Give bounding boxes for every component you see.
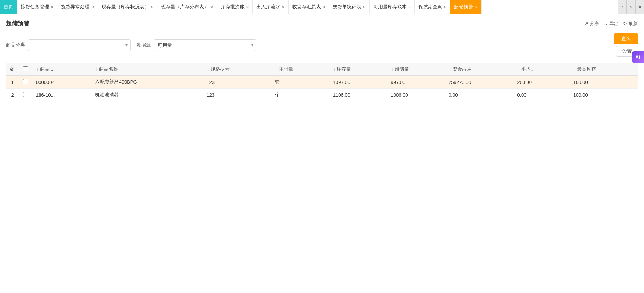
tab-close-tab-6[interactable]: × xyxy=(282,5,284,9)
tab-close-tab-3[interactable]: × xyxy=(151,5,153,9)
nav-tab-tab-11[interactable]: 超储预警× xyxy=(450,0,481,14)
column-stock[interactable]: ↕ 库存量 xyxy=(329,63,387,76)
row-number: 1 xyxy=(6,76,19,89)
gear-icon: ⚙ xyxy=(10,67,14,72)
row-number: 2 xyxy=(6,89,19,101)
over-stock-qty: 997.00 xyxy=(387,76,445,89)
nav-home[interactable]: 首页 xyxy=(0,0,17,14)
sort-icon-avg: ↕ xyxy=(518,67,520,71)
tab-label: 拣货任务管理 xyxy=(21,4,49,10)
table-row[interactable]: 2 186-10... 机油滤清器 123 个 1106.00 1006.00 … xyxy=(6,89,638,101)
refresh-label: 刷新 xyxy=(629,21,638,27)
row-checkbox[interactable] xyxy=(23,79,28,84)
tab-close-tab-2[interactable]: × xyxy=(91,5,94,9)
nav-tab-tab-6[interactable]: 出入库流水× xyxy=(253,0,288,14)
share-action[interactable]: ↗ 分享 xyxy=(584,21,599,27)
tab-close-tab-4[interactable]: × xyxy=(211,5,213,9)
nav-arrows: ‹ › ✕ xyxy=(618,0,644,14)
product-category-select[interactable] xyxy=(28,39,131,51)
column-checkbox[interactable] xyxy=(19,63,32,76)
column-max-stock[interactable]: ↕ 最高库存 xyxy=(570,63,638,76)
column-unit[interactable]: ↕ 主计量 xyxy=(271,63,329,76)
product-category-label: 商品分类 xyxy=(6,42,25,48)
page-header: 超储预警 ↗ 分享 ⇓ 导出 ↻ 刷新 xyxy=(6,20,638,27)
row-checkbox-cell[interactable] xyxy=(19,76,32,89)
sort-icon-unit: ↕ xyxy=(276,67,278,71)
nav-prev-arrow[interactable]: ‹ xyxy=(618,0,626,14)
header-actions: ↗ 分享 ⇓ 导出 ↻ 刷新 xyxy=(584,21,638,27)
nav-tab-tab-1[interactable]: 拣货任务管理× xyxy=(17,0,57,14)
tab-label: 超储预警 xyxy=(454,4,473,10)
product-code: 0000004 xyxy=(32,76,91,89)
nav-tab-tab-2[interactable]: 拣货异常处理× xyxy=(57,0,98,14)
sort-icon-stock: ↕ xyxy=(334,67,336,71)
product-code: 186-10... xyxy=(32,89,91,101)
column-avg[interactable]: ↕ 平均... xyxy=(513,63,570,76)
capital-usage: 0.00 xyxy=(445,89,513,101)
tab-close-tab-1[interactable]: × xyxy=(51,5,53,9)
query-button[interactable]: 查询 xyxy=(614,33,638,44)
select-all-checkbox[interactable] xyxy=(23,66,28,71)
avg-price: 0.00 xyxy=(513,89,570,101)
data-table: ⚙ ↕ 商品... ↕ 商品名称 ↕ 规格型号 ↕ xyxy=(6,63,638,101)
tab-close-tab-7[interactable]: × xyxy=(323,5,325,9)
nav-more-arrow[interactable]: ✕ xyxy=(635,0,644,14)
product-spec: 123 xyxy=(203,89,271,101)
page-title: 超储预警 xyxy=(6,20,29,27)
nav-tab-tab-7[interactable]: 收发存汇总表× xyxy=(289,0,329,14)
stock-qty: 1097.00 xyxy=(329,76,387,89)
nav-tab-tab-10[interactable]: 保质期查询× xyxy=(415,0,450,14)
row-checkbox[interactable] xyxy=(23,92,28,97)
top-nav: 首页 拣货任务管理×拣货异常处理×现存量（库存状况表）×现存量（库存分布表）×库… xyxy=(0,0,644,14)
product-spec: 123 xyxy=(203,76,271,89)
sort-icon-max: ↕ xyxy=(574,67,576,71)
tab-close-tab-8[interactable]: × xyxy=(363,5,365,9)
share-icon: ↗ xyxy=(584,21,588,26)
nav-tab-tab-4[interactable]: 现存量（库存分布表）× xyxy=(157,0,217,14)
tab-close-tab-9[interactable]: × xyxy=(409,5,411,9)
tab-label: 库存批次账 xyxy=(221,4,245,10)
data-source-select[interactable]: 可用量 xyxy=(154,39,256,51)
nav-tab-tab-8[interactable]: 要货单统计表× xyxy=(329,0,369,14)
export-icon: ⇓ xyxy=(604,21,608,26)
home-label: 首页 xyxy=(4,4,13,10)
tab-label: 拣货异常处理 xyxy=(61,4,89,10)
column-capital[interactable]: ↕ 资金占用 xyxy=(445,63,513,76)
tab-label: 要货单统计表 xyxy=(333,4,361,10)
data-source-filter: 数据源 可用量 xyxy=(136,39,256,51)
column-product-name[interactable]: ↕ 商品名称 xyxy=(91,63,203,76)
export-action[interactable]: ⇓ 导出 xyxy=(604,21,619,27)
column-gear[interactable]: ⚙ xyxy=(6,63,19,76)
nav-tab-tab-5[interactable]: 库存批次账× xyxy=(217,0,253,14)
nav-tab-tab-9[interactable]: 可用量库存账本× xyxy=(370,0,415,14)
tab-label: 出入库流水 xyxy=(256,4,280,10)
column-over-stock[interactable]: ↕ 超储量 xyxy=(387,63,445,76)
ai-badge[interactable]: Ai xyxy=(632,51,644,63)
row-checkbox-cell[interactable] xyxy=(19,89,32,101)
sort-icon-name: ↕ xyxy=(96,67,98,71)
page-content: 超储预警 ↗ 分享 ⇓ 导出 ↻ 刷新 商品分类 xyxy=(0,14,644,293)
sort-icon-capital: ↕ xyxy=(449,67,451,71)
product-name: 六配套新昌490BPG xyxy=(91,76,203,89)
nav-next-arrow[interactable]: › xyxy=(626,0,635,14)
column-spec[interactable]: ↕ 规格型号 xyxy=(203,63,271,76)
tab-close-tab-11[interactable]: × xyxy=(475,5,477,9)
tab-label: 可用量库存账本 xyxy=(373,4,407,10)
max-stock: 100.00 xyxy=(570,89,638,101)
column-product-code[interactable]: ↕ 商品... xyxy=(32,63,91,76)
product-category-select-wrapper xyxy=(28,39,131,51)
stock-qty: 1106.00 xyxy=(329,89,387,101)
table-row[interactable]: 1 0000004 六配套新昌490BPG 123 套 1097.00 997.… xyxy=(6,76,638,89)
tab-label: 收发存汇总表 xyxy=(292,4,321,10)
table-body: 1 0000004 六配套新昌490BPG 123 套 1097.00 997.… xyxy=(6,76,638,101)
capital-usage: 259220.00 xyxy=(445,76,513,89)
tab-close-tab-10[interactable]: × xyxy=(444,5,446,9)
sort-icon: ↕ xyxy=(37,67,39,71)
tab-close-tab-5[interactable]: × xyxy=(246,5,249,9)
export-label: 导出 xyxy=(609,21,619,27)
tab-label: 现存量（库存分布表） xyxy=(161,4,209,10)
nav-tab-tab-3[interactable]: 现存量（库存状况表）× xyxy=(98,0,157,14)
refresh-action[interactable]: ↻ 刷新 xyxy=(623,21,638,27)
tab-label: 现存量（库存状况表） xyxy=(102,4,149,10)
share-label: 分享 xyxy=(590,21,599,27)
